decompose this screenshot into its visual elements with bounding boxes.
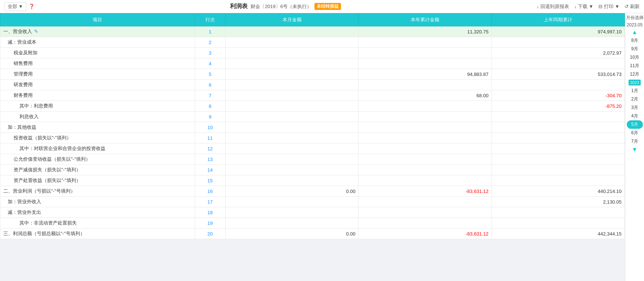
table-row: 其中：非流动资产处置损失19 xyxy=(0,218,625,229)
monthly-cell xyxy=(226,122,359,133)
status-badge: 未结转损益 xyxy=(314,3,341,10)
month-2[interactable]: 2月 xyxy=(627,95,643,103)
monthly-cell xyxy=(226,133,359,143)
month-9[interactable]: 9月 xyxy=(627,45,643,53)
prev-year-cell: 2,072.97 xyxy=(492,48,625,58)
item-cell: 管理费用 xyxy=(0,69,195,80)
item-cell: 其中：非流动资产处置损失 xyxy=(0,218,195,229)
item-cell: 其中：利息费用 xyxy=(0,101,195,112)
table-row: 其中：对联营企业和合营企业的投资收益12 xyxy=(0,143,625,154)
yearly-cell xyxy=(359,154,492,165)
yearly-cell: 68.00 xyxy=(359,90,492,101)
dropdown-button[interactable]: 全部 ▼ xyxy=(4,2,26,11)
row-num-cell: 17 xyxy=(195,197,226,207)
table-row: 三、利润总额（亏损总额以"-"号填列）200.00-83,631.12442,3… xyxy=(0,229,625,239)
row-num-cell: 10 xyxy=(195,122,226,133)
month-7[interactable]: 7月 xyxy=(627,137,643,146)
row-num-cell: 18 xyxy=(195,207,226,218)
monthly-cell xyxy=(226,112,359,122)
month-6[interactable]: 6月 xyxy=(627,129,643,137)
monthly-cell xyxy=(226,175,359,186)
return-original-button[interactable]: ↓ 回退到原报表 xyxy=(537,3,569,10)
table-container: 项目 行次 本月金额 本年累计金额 上年同期累计 一、营业收入✎111,320.… xyxy=(0,13,625,239)
row-num-cell: 3 xyxy=(195,48,226,58)
help-icon[interactable]: ❓ xyxy=(29,4,35,9)
month-1[interactable]: 1月 xyxy=(627,87,643,95)
item-cell: 一、营业收入✎ xyxy=(0,26,195,37)
prev-year-cell: 440,214.10 xyxy=(492,186,625,197)
table-row: 公允价值变动收益（损失以"-"填列）13 xyxy=(0,154,625,165)
item-cell: 研发费用 xyxy=(0,80,195,90)
item-cell: 资产减值损失（损失以"-"填列） xyxy=(0,165,195,175)
table-header: 项目 行次 本月金额 本年累计金额 上年同期累计 xyxy=(0,14,625,26)
yearly-cell xyxy=(359,80,492,90)
yearly-cell xyxy=(359,112,492,122)
item-cell: 公允价值变动收益（损失以"-"填列） xyxy=(0,154,195,165)
monthly-cell xyxy=(226,197,359,207)
monthly-cell xyxy=(226,154,359,165)
monthly-cell xyxy=(226,207,359,218)
item-cell: 加：营业外收入 xyxy=(0,197,195,207)
monthly-cell xyxy=(226,101,359,112)
table-row: 资产减值损失（损失以"-"填列）14 xyxy=(0,165,625,175)
item-cell: 资产处置收益（损失以"-"填列） xyxy=(0,175,195,186)
month-5[interactable]: 5月 xyxy=(627,120,643,129)
table-row: 财务费用768.00-304.70 xyxy=(0,90,625,101)
nav-up-icon[interactable]: ▲ xyxy=(631,28,638,36)
yearly-cell xyxy=(359,101,492,112)
edit-icon[interactable]: ✎ xyxy=(34,29,38,34)
prev-year-cell xyxy=(492,112,625,122)
col-header-item: 项目 xyxy=(0,14,195,26)
row-num-cell: 1 xyxy=(195,26,226,37)
month-11[interactable]: 11月 xyxy=(627,62,643,70)
item-cell: 财务费用 xyxy=(0,90,195,101)
prev-year-cell xyxy=(492,37,625,48)
nav-down-icon[interactable]: ▼ xyxy=(631,146,638,154)
prev-year-cell xyxy=(492,58,625,69)
row-num-cell: 13 xyxy=(195,154,226,165)
prev-year-cell xyxy=(492,80,625,90)
month-10[interactable]: 10月 xyxy=(627,53,643,62)
table-row: 加：其他收益10 xyxy=(0,122,625,133)
month-3[interactable]: 3月 xyxy=(627,103,643,112)
item-cell: 加：其他收益 xyxy=(0,122,195,133)
col-header-row: 行次 xyxy=(195,14,226,26)
row-num-cell: 20 xyxy=(195,229,226,239)
download-button[interactable]: ↓ 下载 ▼ xyxy=(574,3,594,10)
monthly-cell: 0.00 xyxy=(226,229,359,239)
item-cell: 减：营业成本 xyxy=(0,37,195,48)
yearly-cell: -83,631.12 xyxy=(359,229,492,239)
table-row: 利息收入9 xyxy=(0,112,625,122)
yearly-cell xyxy=(359,197,492,207)
month-12[interactable]: 12月 xyxy=(627,70,643,79)
refresh-button[interactable]: ↺ 刷新 xyxy=(625,3,640,10)
row-num-cell: 14 xyxy=(195,165,226,175)
prev-year-cell xyxy=(492,207,625,218)
month-4[interactable]: 4月 xyxy=(627,112,643,120)
prev-year-cell: -875.20 xyxy=(492,101,625,112)
item-cell: 二、营业利润（亏损以"-"号填列） xyxy=(0,186,195,197)
monthly-cell xyxy=(226,218,359,229)
yearly-cell xyxy=(359,175,492,186)
item-cell: 利息收入 xyxy=(0,112,195,122)
page-title: 利润表 xyxy=(230,3,248,10)
yearly-cell xyxy=(359,58,492,69)
row-num-cell: 7 xyxy=(195,90,226,101)
month-8[interactable]: 8月 xyxy=(627,36,643,45)
yearly-cell xyxy=(359,37,492,48)
table-row: 减：营业成本2 xyxy=(0,37,625,48)
yearly-cell xyxy=(359,133,492,143)
content-area: 项目 行次 本月金额 本年累计金额 上年同期累计 一、营业收入✎111,320.… xyxy=(0,13,625,281)
table-row: 投资收益（损失以"-"填列）11 xyxy=(0,133,625,143)
prev-year-cell xyxy=(492,154,625,165)
yearly-cell: 11,320.75 xyxy=(359,26,492,37)
yearly-cell: 94,883.87 xyxy=(359,69,492,80)
monthly-cell xyxy=(226,37,359,48)
print-button[interactable]: ⊟ 打印 ▼ xyxy=(598,3,619,10)
col-header-prev: 上年同期累计 xyxy=(492,14,625,26)
prev-year-cell: -304.70 xyxy=(492,90,625,101)
yearly-cell xyxy=(359,165,492,175)
yearly-cell xyxy=(359,207,492,218)
dropdown-label: 全部 xyxy=(8,3,17,10)
monthly-cell xyxy=(226,26,359,37)
